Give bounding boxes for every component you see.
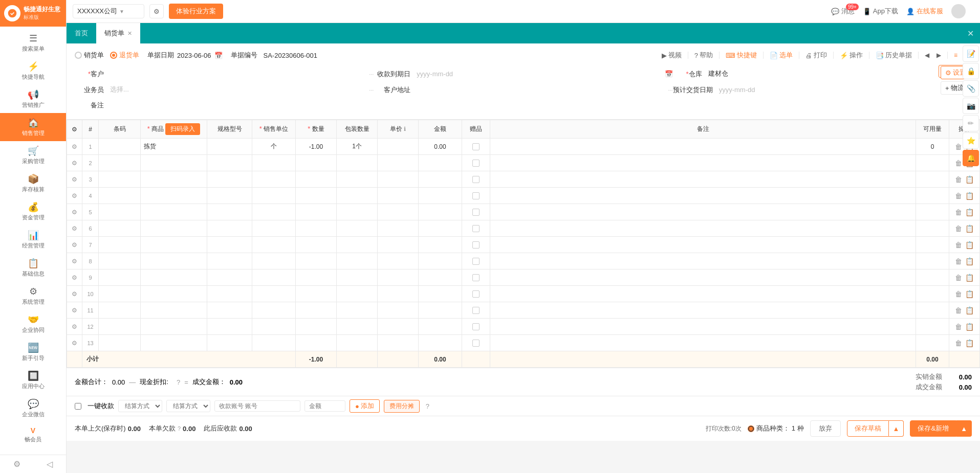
one-click-checkbox[interactable] <box>75 403 81 410</box>
debt-help-icon[interactable]: ? <box>178 425 181 432</box>
cell-product-10[interactable] <box>141 302 207 319</box>
sidebar-item-system[interactable]: ⚙ 系统管理 <box>0 282 66 310</box>
cell-amount-0[interactable]: 0.00 <box>419 139 462 155</box>
cell-gift-1[interactable] <box>462 155 490 171</box>
date-value[interactable]: 2023-06-06 <box>177 52 211 59</box>
delete-row-icon[interactable]: 🗑 <box>955 241 962 249</box>
cell-amount-11[interactable] <box>419 319 462 335</box>
help-button[interactable]: ? 帮助 <box>692 50 715 61</box>
tab-home[interactable]: 首页 <box>67 23 96 43</box>
cell-price-0[interactable] <box>378 139 419 155</box>
cell-unit-2[interactable] <box>252 171 296 188</box>
cell-gift-12[interactable] <box>462 335 490 351</box>
radio-sales-order[interactable]: 销货单 <box>75 51 104 60</box>
cell-product-4[interactable] <box>141 204 207 220</box>
table-row[interactable]: ⚙ 2 🗑 📋 <box>67 155 980 171</box>
prev-button[interactable]: ◀ <box>923 51 931 60</box>
cell-unit-10[interactable] <box>252 302 296 319</box>
cell-remark-7[interactable] <box>490 253 916 269</box>
sidebar-item-search[interactable]: ☰ 搜索菜单 <box>0 29 66 57</box>
cell-gift-3[interactable] <box>462 188 490 204</box>
right-panel-btn-4[interactable]: 📷 <box>963 98 979 114</box>
product-kind[interactable]: 商品种类： 1 种 <box>748 424 804 433</box>
cell-unit-1[interactable] <box>252 155 296 171</box>
experience-button[interactable]: 体验行业方案 <box>169 4 223 19</box>
cell-qty-1[interactable] <box>296 155 337 171</box>
delete-row-icon[interactable]: 🗑 <box>955 306 962 314</box>
delete-row-icon[interactable]: 🗑 <box>955 290 962 298</box>
cell-barcode-12[interactable] <box>99 335 141 351</box>
cell-barcode-5[interactable] <box>99 220 141 237</box>
cell-product-3[interactable] <box>141 188 207 204</box>
cell-spec-9[interactable] <box>207 286 252 302</box>
delete-row-icon[interactable]: 🗑 <box>955 257 962 265</box>
cell-qty-7[interactable] <box>296 253 337 269</box>
app-download-button[interactable]: 📱 App下载 <box>863 7 898 16</box>
order-no-value[interactable]: SA-20230606-001 <box>264 52 318 59</box>
cell-settings-7[interactable]: ⚙ <box>67 253 82 269</box>
shortcut-button[interactable]: ⌨ 快捷键 <box>724 50 759 61</box>
cell-amount-6[interactable] <box>419 237 462 253</box>
cell-amount-1[interactable] <box>419 155 462 171</box>
tab-close-icon[interactable]: ✕ <box>127 30 132 37</box>
cell-spec-1[interactable] <box>207 155 252 171</box>
cell-gift-11[interactable] <box>462 319 490 335</box>
list-view-button[interactable]: ≡ <box>952 51 960 60</box>
print-button[interactable]: 🖨 打印 <box>803 50 829 61</box>
online-service-button[interactable]: 👤 在线客服 <box>906 7 943 16</box>
cell-qty-6[interactable] <box>296 237 337 253</box>
cell-pack-12[interactable] <box>337 335 378 351</box>
cell-price-9[interactable] <box>378 286 419 302</box>
cell-amount-7[interactable] <box>419 253 462 269</box>
product-kind-radio[interactable] <box>748 425 754 432</box>
cell-amount-8[interactable] <box>419 269 462 286</box>
table-row[interactable]: ⚙ 5 🗑 📋 <box>67 204 980 220</box>
cell-gift-9[interactable] <box>462 286 490 302</box>
cell-qty-9[interactable] <box>296 286 337 302</box>
sidebar-item-vip[interactable]: V 畅会员 <box>0 422 66 447</box>
cell-settings-3[interactable]: ⚙ <box>67 188 82 204</box>
history-button[interactable]: 📑 历史单据 <box>874 50 914 61</box>
sidebar-item-base[interactable]: 📋 基础信息 <box>0 254 66 282</box>
cell-price-4[interactable] <box>378 204 419 220</box>
cell-remark-8[interactable] <box>490 269 916 286</box>
cell-product-11[interactable] <box>141 319 207 335</box>
table-row[interactable]: ⚙ 11 🗑 📋 <box>67 302 980 319</box>
cell-amount-5[interactable] <box>419 220 462 237</box>
cell-gift-10[interactable] <box>462 302 490 319</box>
cell-barcode-1[interactable] <box>99 155 141 171</box>
cell-barcode-4[interactable] <box>99 204 141 220</box>
cell-spec-11[interactable] <box>207 319 252 335</box>
cell-qty-2[interactable] <box>296 171 337 188</box>
cell-barcode-9[interactable] <box>99 286 141 302</box>
cell-product-0[interactable]: 拣货 <box>141 139 207 155</box>
cell-remark-10[interactable] <box>490 302 916 319</box>
cell-pack-6[interactable] <box>337 237 378 253</box>
radio-return-order[interactable]: 退货单 <box>110 51 139 60</box>
right-panel-btn-5[interactable]: ✏ <box>963 115 979 131</box>
cell-price-5[interactable] <box>378 220 419 237</box>
cell-product-8[interactable] <box>141 269 207 286</box>
cell-qty-5[interactable] <box>296 220 337 237</box>
sidebar-item-enterprise[interactable]: 🤝 企业协同 <box>0 310 66 338</box>
date-calendar-icon[interactable]: 📅 <box>214 52 223 59</box>
cell-remark-12[interactable] <box>490 335 916 351</box>
cell-price-3[interactable] <box>378 188 419 204</box>
cell-product-5[interactable] <box>141 220 207 237</box>
cell-amount-9[interactable] <box>419 286 462 302</box>
cell-unit-4[interactable] <box>252 204 296 220</box>
cell-pack-7[interactable] <box>337 253 378 269</box>
customer-input[interactable] <box>108 73 367 75</box>
cell-spec-4[interactable] <box>207 204 252 220</box>
cell-price-10[interactable] <box>378 302 419 319</box>
expense-help-icon[interactable]: ? <box>426 402 429 410</box>
cell-gift-7[interactable] <box>462 253 490 269</box>
delete-row-icon[interactable]: 🗑 <box>955 143 962 151</box>
cell-remark-9[interactable] <box>490 286 916 302</box>
cell-pack-2[interactable] <box>337 171 378 188</box>
cell-qty-4[interactable] <box>296 204 337 220</box>
tab-bar-close-icon[interactable]: ✕ <box>967 29 974 38</box>
cell-settings-8[interactable]: ⚙ <box>67 269 82 286</box>
delete-row-icon[interactable]: 🗑 <box>955 323 962 331</box>
expense-split-button[interactable]: 费用分摊 <box>384 400 420 413</box>
